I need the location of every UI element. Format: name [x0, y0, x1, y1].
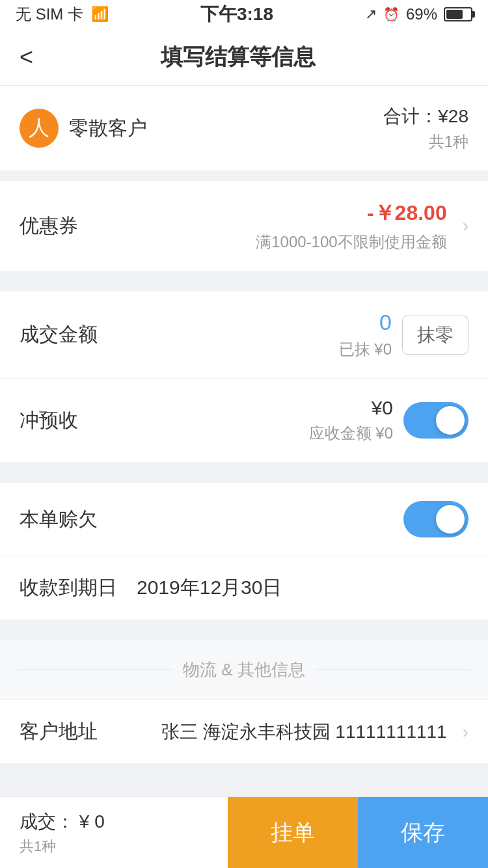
address-chevron: › [463, 722, 468, 742]
address-value: 张三 海淀永丰科技园 11111111111 [161, 720, 447, 744]
due-date-row[interactable]: 收款到期日 2019年12月30日 [0, 556, 488, 619]
customer-row: 人 零散客户 合计：¥28 共1种 [0, 86, 488, 170]
prepay-right: ¥0 应收金额 ¥0 [309, 397, 468, 444]
due-date-value: 2019年12月30日 [137, 575, 282, 601]
divider-1 [0, 281, 488, 292]
transaction-right: 0 已抹 ¥0 抹零 [339, 310, 468, 360]
coupon-sub: 满1000-100不限制使用金额 [256, 232, 446, 252]
coupon-discount: -￥28.00 [367, 199, 447, 228]
coupon-right: -￥28.00 满1000-100不限制使用金额 › [256, 199, 468, 252]
battery-percent: 69% [406, 5, 437, 23]
transaction-value: 0 [379, 310, 392, 335]
customer-name: 零散客户 [69, 115, 147, 142]
location-icon: ↗ [365, 6, 377, 23]
wifi-icon: 📶 [91, 6, 109, 23]
customer-count: 共1种 [383, 131, 468, 152]
coupon-value-col: -￥28.00 满1000-100不限制使用金额 [256, 199, 446, 252]
content: 人 零散客户 合计：¥28 共1种 优惠券 -￥28.00 满1000-100不… [0, 86, 488, 868]
debt-label: 本单赊欠 [20, 506, 98, 533]
logistics-section: 物流 & 其他信息 客户地址 张三 海淀永丰科技园 11111111111 › [0, 640, 488, 763]
coupon-chevron: › [463, 215, 468, 236]
bottom-info: 成交： ¥ 0 共1种 [0, 809, 228, 856]
debt-right [403, 501, 468, 537]
prepay-value-col: ¥0 应收金额 ¥0 [309, 397, 393, 444]
customer-section: 人 零散客户 合计：¥28 共1种 [0, 86, 488, 170]
debt-toggle-knob [436, 505, 465, 534]
avatar-icon: 人 [29, 114, 49, 142]
address-row[interactable]: 客户地址 张三 海淀永丰科技园 11111111111 › [0, 699, 488, 763]
transaction-sub: 已抹 ¥0 [339, 339, 392, 360]
battery-icon [444, 7, 472, 21]
customer-left: 人 零散客户 [20, 109, 147, 148]
logistics-label: 物流 & 其他信息 [183, 658, 305, 681]
status-bar: 无 SIM 卡 📶 下午3:18 ↗ ⏰ 69% [0, 0, 488, 29]
prepay-sub: 应收金额 ¥0 [309, 423, 393, 444]
status-right: ↗ ⏰ 69% [365, 5, 472, 23]
debt-row: 本单赊欠 [0, 483, 488, 556]
coupon-section[interactable]: 优惠券 -￥28.00 满1000-100不限制使用金额 › [0, 181, 488, 271]
due-date-label: 收款到期日 [20, 575, 117, 601]
divider-2 [0, 472, 488, 483]
address-label: 客户地址 [20, 718, 98, 745]
carrier-text: 无 SIM 卡 [16, 4, 83, 25]
coupon-label: 优惠券 [20, 213, 78, 239]
transaction-section: 成交金额 0 已抹 ¥0 抹零 冲预收 ¥0 应收金额 ¥0 [0, 292, 488, 462]
alarm-icon: ⏰ [383, 7, 400, 22]
address-right: 张三 海淀永丰科技园 11111111111 › [161, 720, 468, 744]
bottom-trans: 成交： ¥ 0 [20, 809, 208, 834]
customer-right: 合计：¥28 共1种 [383, 104, 468, 152]
bottom-trans-value: ¥ 0 [79, 811, 105, 832]
bottom-trans-label: 成交： [20, 811, 74, 832]
back-button[interactable]: < [20, 37, 46, 77]
round-zero-button[interactable]: 抹零 [402, 316, 468, 355]
hold-button[interactable]: 挂单 [228, 797, 358, 869]
logistics-header: 物流 & 其他信息 [0, 640, 488, 699]
bottom-bar: 成交： ¥ 0 共1种 挂单 保存 [0, 796, 488, 868]
transaction-value-col: 0 已抹 ¥0 [339, 310, 392, 360]
coupon-row[interactable]: 优惠券 -￥28.00 满1000-100不限制使用金额 › [0, 181, 488, 271]
save-button[interactable]: 保存 [358, 797, 488, 869]
prepay-label: 冲预收 [20, 407, 78, 434]
debt-toggle[interactable] [403, 501, 468, 537]
divider-3 [0, 630, 488, 640]
prepay-toggle-knob [436, 406, 465, 435]
page-title: 填写结算等信息 [46, 42, 429, 72]
transaction-label: 成交金额 [20, 321, 98, 348]
prepay-row: 冲预收 ¥0 应收金额 ¥0 [0, 378, 488, 462]
prepay-value: ¥0 [372, 397, 393, 419]
transaction-row: 成交金额 0 已抹 ¥0 抹零 [0, 292, 488, 378]
customer-avatar: 人 [20, 109, 59, 148]
nav-bar: < 填写结算等信息 [0, 29, 488, 86]
debt-section: 本单赊欠 收款到期日 2019年12月30日 [0, 483, 488, 619]
customer-total: 合计：¥28 [383, 104, 468, 129]
bottom-count: 共1种 [20, 837, 208, 856]
status-left: 无 SIM 卡 📶 [16, 4, 109, 25]
prepay-toggle[interactable] [403, 402, 468, 439]
status-time: 下午3:18 [200, 2, 273, 27]
